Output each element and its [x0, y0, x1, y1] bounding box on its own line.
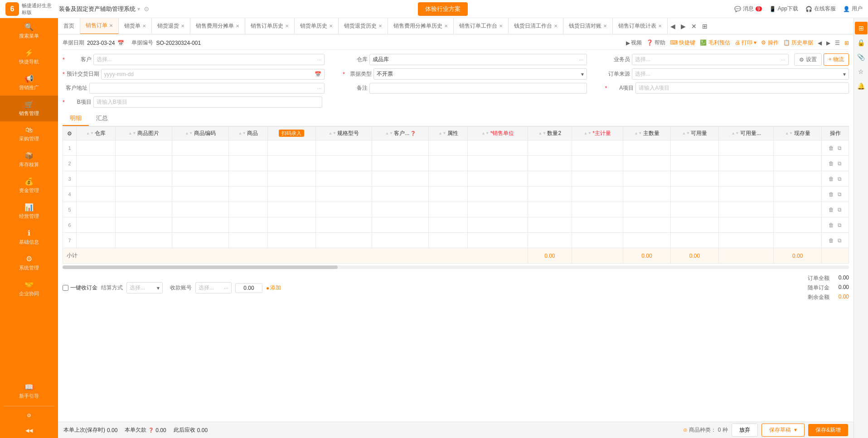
row6-spec[interactable] — [315, 217, 372, 233]
profit-preview-btn[interactable]: 💹 毛利预估 — [700, 39, 730, 47]
row4-warehouse[interactable] — [77, 187, 116, 202]
user-btn[interactable]: 👤 用户 — [843, 5, 863, 13]
tab-cash-reconcile[interactable]: 钱货日清对账 ✕ — [563, 18, 613, 34]
row7-sales-unit[interactable] — [468, 233, 528, 248]
row2-available[interactable] — [671, 156, 718, 171]
row6-warehouse[interactable] — [77, 217, 116, 233]
row4-delete-btn[interactable]: 🗑 — [829, 191, 834, 197]
row5-available[interactable] — [671, 202, 718, 217]
tab-summary[interactable]: 汇总 — [89, 111, 115, 126]
sidebar-item-inventory[interactable]: 📦 库存核算 — [0, 147, 58, 173]
row2-main-qty[interactable] — [623, 156, 670, 171]
save-draft-btn[interactable]: 保存草稿 ▾ — [761, 424, 805, 437]
delivery-calendar-icon[interactable]: 📅 — [315, 71, 321, 77]
sidebar-item-quick-nav[interactable]: ⚡ 快捷导航 — [0, 44, 58, 70]
tab-next-btn[interactable]: ▶ — [678, 18, 689, 34]
tab-order-history[interactable]: 销售订单历史 ✕ — [245, 18, 295, 34]
row7-spec[interactable] — [315, 233, 372, 248]
row5-qty2[interactable] — [528, 202, 572, 217]
row1-current-stock[interactable] — [774, 140, 822, 156]
row3-spec[interactable] — [315, 171, 372, 187]
tab-sales-order[interactable]: 销售订单 ✕ — [80, 18, 119, 34]
grid-view-btn[interactable]: ⊞ — [844, 40, 849, 46]
date-calendar-icon[interactable]: 📅 — [117, 40, 124, 46]
row7-delete-btn[interactable]: 🗑 — [829, 237, 834, 244]
row4-sales-unit[interactable] — [468, 187, 528, 202]
row3-main-qty[interactable] — [623, 171, 670, 187]
salesperson-dots-btn[interactable]: ··· — [781, 57, 786, 63]
row7-available2[interactable] — [718, 233, 774, 248]
row3-available[interactable] — [671, 171, 718, 187]
row2-product[interactable] — [228, 156, 267, 171]
tab-close-sales-order[interactable]: ✕ — [109, 23, 113, 28]
tab-close-order-history[interactable]: ✕ — [285, 24, 289, 29]
row7-main-unit[interactable] — [572, 233, 623, 248]
row1-available2[interactable] — [718, 140, 774, 156]
row7-qty2[interactable] — [528, 233, 572, 248]
app-download-btn[interactable]: 📱 App下载 — [769, 5, 798, 13]
row2-customer-code[interactable] — [372, 156, 429, 171]
tab-sales-return[interactable]: 销货退货 ✕ — [152, 18, 190, 34]
row4-available[interactable] — [671, 187, 718, 202]
prev-record-btn[interactable]: ◀ — [818, 40, 822, 46]
row1-main-qty[interactable] — [623, 140, 670, 156]
row7-product[interactable] — [228, 233, 267, 248]
sidebar-item-basic-info[interactable]: ℹ 基础信息 — [0, 224, 58, 250]
sidebar-item-marketing[interactable]: 📢 营销推广 — [0, 70, 58, 96]
tab-return-history[interactable]: 销货退货历史 ✕ — [339, 18, 388, 34]
right-sidebar-icon-2[interactable]: 🔒 — [855, 36, 868, 49]
sidebar-item-sales[interactable]: 🛒 销售管理 — [0, 96, 58, 121]
row5-scan[interactable] — [267, 202, 315, 217]
row6-code[interactable] — [172, 217, 228, 233]
customer-dots-btn[interactable]: ··· — [317, 57, 321, 63]
add-payment-btn[interactable]: ● 添加 — [266, 284, 281, 292]
row6-scan[interactable] — [267, 217, 315, 233]
row1-attribute[interactable] — [429, 140, 468, 156]
row4-copy-btn[interactable]: ⧉ — [838, 191, 842, 197]
row3-scan[interactable] — [267, 171, 315, 187]
row5-warehouse[interactable] — [77, 202, 116, 217]
right-sidebar-icon-4[interactable]: ☆ — [855, 65, 868, 78]
sidebar-item-settings-bottom[interactable]: ⚙ — [0, 408, 58, 423]
right-sidebar-icon-5[interactable]: 🔔 — [855, 80, 868, 92]
row2-sales-unit[interactable] — [468, 156, 528, 171]
message-btn[interactable]: 💬 消息 9 — [734, 5, 762, 13]
row5-delete-btn[interactable]: 🗑 — [829, 207, 834, 213]
scan-input-btn[interactable]: 扫码录入 — [279, 130, 304, 137]
sidebar-item-search[interactable]: 🔍 搜索菜单 — [0, 18, 58, 44]
sidebar-item-system[interactable]: ⚙ 系统管理 — [0, 250, 58, 276]
row5-product[interactable] — [228, 202, 267, 217]
row6-copy-btn[interactable]: ⧉ — [838, 222, 842, 228]
row3-available2[interactable] — [718, 171, 774, 187]
row6-available[interactable] — [671, 217, 718, 233]
row1-sales-unit[interactable] — [468, 140, 528, 156]
tab-order-workbench[interactable]: 销售订单工作台 ✕ — [454, 18, 509, 34]
row1-product[interactable] — [228, 140, 267, 156]
row4-spec[interactable] — [315, 187, 372, 202]
row4-available2[interactable] — [718, 187, 774, 202]
tab-close-sales-stats[interactable]: ✕ — [658, 24, 662, 29]
row1-delete-btn[interactable]: 🗑 — [829, 145, 834, 151]
tab-close-fee-history[interactable]: ✕ — [444, 24, 448, 29]
tab-close-order-workbench[interactable]: ✕ — [499, 24, 503, 29]
row4-scan[interactable] — [267, 187, 315, 202]
row2-available2[interactable] — [718, 156, 774, 171]
row5-available2[interactable] — [718, 202, 774, 217]
highlight-btn[interactable]: 体验行业方案 — [418, 2, 468, 16]
warehouse-value[interactable]: 成品库 — [373, 56, 389, 63]
row3-qty2[interactable] — [528, 171, 572, 187]
shortcut-btn[interactable]: ⌨ 快捷键 — [670, 39, 695, 47]
row1-copy-btn[interactable]: ⧉ — [838, 145, 842, 151]
row7-code[interactable] — [172, 233, 228, 248]
tab-detail[interactable]: 明细 — [63, 111, 89, 126]
a-project-input[interactable]: 请输入A项目 — [639, 84, 669, 92]
row7-image[interactable] — [115, 233, 172, 248]
row2-attribute[interactable] — [429, 156, 468, 171]
row6-attribute[interactable] — [429, 217, 468, 233]
tab-home[interactable]: 首页 — [58, 18, 80, 34]
order-source-input[interactable]: 选择... — [635, 70, 650, 78]
customer-address-dots-btn[interactable]: ··· — [317, 85, 321, 91]
row4-code[interactable] — [172, 187, 228, 202]
row1-spec[interactable] — [315, 140, 372, 156]
add-material-btn[interactable]: + 物流 — [824, 53, 849, 66]
